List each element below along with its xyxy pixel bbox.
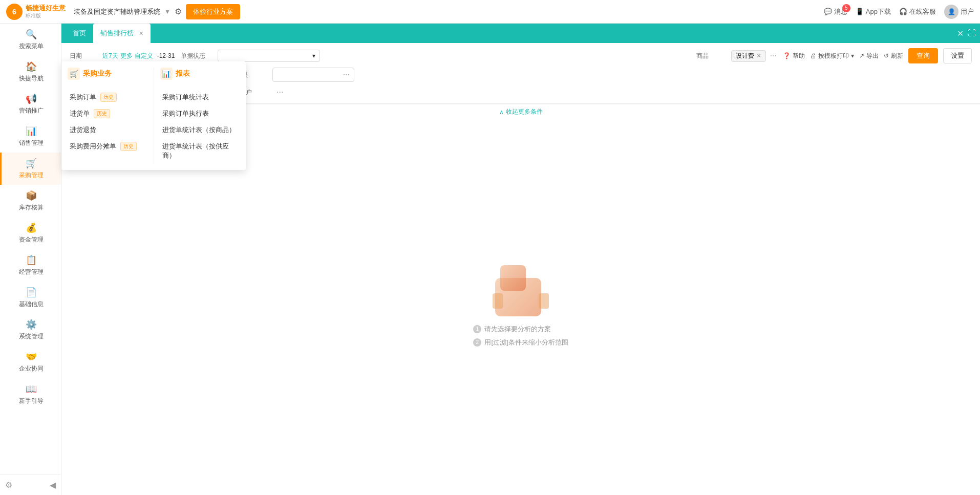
- report-item-label-1: 采购订单执行表: [162, 109, 209, 118]
- report-item-0[interactable]: 采购订单统计表: [160, 89, 240, 105]
- purchase-item-1[interactable]: 进货单历史: [68, 105, 147, 122]
- report-heading-icon: 📊: [160, 68, 173, 80]
- product-tag: 设计费 ✕: [731, 50, 766, 62]
- print-arrow-icon: ▾: [851, 52, 854, 59]
- help-button[interactable]: ❓ 帮助: [783, 52, 805, 60]
- date-end: -12-31: [157, 52, 175, 59]
- sidebar-collapse-button[interactable]: ◀: [50, 480, 56, 490]
- salesman-dots: ···: [343, 70, 350, 79]
- report-item-label-2: 进货单统计表（按商品）: [162, 125, 236, 135]
- sidebar-item-nav[interactable]: 🏠 快捷导航: [0, 56, 61, 88]
- sidebar-item-basic[interactable]: 📄 基础信息: [0, 282, 61, 314]
- history-tag-1: 历史: [94, 109, 110, 118]
- message-button[interactable]: 💬 消息 5: [824, 7, 847, 16]
- app-download-button[interactable]: 📱 App下载: [856, 7, 891, 16]
- system-icon: ⚙️: [26, 319, 37, 330]
- sidebar-item-sales[interactable]: 📊 销售管理: [0, 120, 61, 153]
- sidebar-label-nav: 快捷导航: [19, 74, 44, 83]
- report-col: 📊 报表 采购订单统计表采购订单执行表进货单统计表（按商品）进货单统计表（按供应…: [154, 68, 246, 164]
- empty-step1: 1 请先选择要分析的方案: [473, 322, 568, 336]
- sidebar-label-purchase: 采购管理: [19, 171, 44, 180]
- status-label: 单据状态: [181, 52, 211, 60]
- maximize-button[interactable]: ⛶: [968, 29, 976, 38]
- settings-icon[interactable]: ⚙: [175, 7, 182, 16]
- sidebar-label-enterprise: 企业协同: [19, 364, 44, 373]
- date-custom[interactable]: 自定义: [135, 52, 153, 60]
- product-more-button[interactable]: ···: [770, 51, 777, 60]
- report-heading: 📊 报表: [160, 68, 240, 84]
- tab-close-1[interactable]: ✕: [139, 30, 143, 37]
- purchase-item-0[interactable]: 采购订单历史: [68, 89, 147, 105]
- history-tag-0: 历史: [100, 93, 117, 102]
- purchase-dropdown-menu: 🛒 采购业务 采购订单历史进货单历史进货退货采购费用分摊单历史 📊 报表 采购订…: [61, 61, 246, 170]
- report-item-1[interactable]: 采购订单执行表: [160, 105, 240, 122]
- sidebar-label-finance: 资金管理: [19, 235, 44, 244]
- phone-icon: 📱: [856, 8, 864, 15]
- salesman-select[interactable]: ···: [272, 68, 354, 82]
- sidebar-settings-button[interactable]: ⚙: [5, 480, 12, 490]
- report-item-3[interactable]: 进货单统计表（按供应商）: [160, 138, 240, 164]
- guide-icon: 📖: [26, 383, 37, 395]
- empty-step2: 2 用[过滤]条件来缩小分析范围: [473, 336, 568, 349]
- purchase-item-2[interactable]: 进货退货: [68, 122, 147, 138]
- industry-button[interactable]: 体验行业方案: [186, 4, 240, 19]
- sales-icon: 📊: [26, 125, 37, 137]
- settings-button[interactable]: 设置: [943, 48, 972, 63]
- status-select[interactable]: ▾: [218, 50, 320, 62]
- refresh-button[interactable]: ↺ 刷新: [884, 52, 903, 60]
- purchase-icon: 🛒: [26, 158, 37, 169]
- step1-num: 1: [473, 325, 481, 333]
- top-right-area: 💬 消息 5 📱 App下载 🎧 在线客服 👤 用户: [824, 5, 974, 19]
- tab-label-1: 销售排行榜: [100, 29, 134, 38]
- message-badge: 5: [842, 4, 850, 12]
- tab-bar: 首页销售排行榜✕ ✕ ⛶: [61, 24, 980, 43]
- sidebar-item-purchase[interactable]: 🛒 采购管理: [0, 153, 61, 185]
- export-icon: ↗: [859, 52, 864, 59]
- nav-icon: 🏠: [26, 61, 37, 72]
- report-item-2[interactable]: 进货单统计表（按商品）: [160, 122, 240, 138]
- sys-title-area: 装备及固定资产辅助管理系统 ▼ ⚙ 体验行业方案: [68, 4, 824, 19]
- date-7days[interactable]: 近7天: [102, 52, 118, 60]
- toolbar-right: ❓ 帮助 🖨 按模板打印 ▾ ↗ 导出 ↺ 刷新: [783, 48, 972, 63]
- purchase-item-label-2: 进货退货: [70, 125, 96, 135]
- sidebar-item-operations[interactable]: 📋 经营管理: [0, 249, 61, 282]
- sidebar-label-basic: 基础信息: [19, 300, 44, 309]
- tab-label-0: 首页: [73, 29, 86, 38]
- finance-icon: 💰: [26, 222, 37, 233]
- sidebar-item-guide[interactable]: 📖 新手引导: [0, 378, 61, 411]
- sidebar-item-inventory[interactable]: 📦 库存核算: [0, 185, 61, 217]
- sidebar-label-inventory: 库存核算: [19, 203, 44, 212]
- sidebar-item-marketing[interactable]: 📢 营销推广: [0, 88, 61, 120]
- history-tag-3: 历史: [120, 142, 137, 151]
- brand-name: 畅捷通好生意: [26, 4, 66, 13]
- chevron-down-icon: ▾: [312, 52, 315, 59]
- product-label: 商品: [696, 52, 727, 60]
- export-button[interactable]: ↗ 导出: [859, 52, 879, 60]
- user-area[interactable]: 👤 用户: [944, 5, 974, 19]
- message-icon: 💬: [824, 8, 832, 15]
- print-button[interactable]: 🖨 按模板打印 ▾: [810, 52, 854, 60]
- collapse-label: 收起更多条件: [506, 107, 543, 116]
- sidebar-item-search[interactable]: 🔍 搜索菜单: [0, 24, 61, 56]
- purchase-col: 🛒 采购业务 采购订单历史进货单历史进货退货采购费用分摊单历史: [61, 68, 154, 164]
- date-more[interactable]: 更多: [120, 52, 133, 60]
- sidebar-item-finance[interactable]: 💰 资金管理: [0, 217, 61, 249]
- online-service-button[interactable]: 🎧 在线客服: [899, 7, 936, 16]
- close-tab-button[interactable]: ✕: [957, 29, 964, 38]
- product-tag-close[interactable]: ✕: [756, 52, 761, 59]
- tab-1[interactable]: 销售排行榜✕: [93, 24, 151, 43]
- status-area: 单据状态 ▾: [181, 50, 690, 62]
- sidebar-item-system[interactable]: ⚙️ 系统管理: [0, 314, 61, 346]
- sidebar-item-enterprise[interactable]: 🤝 企业协同: [0, 346, 61, 378]
- tab-0[interactable]: 首页: [66, 24, 93, 43]
- dropdown-arrow-icon[interactable]: ▼: [164, 8, 171, 15]
- customer-dots[interactable]: ···: [276, 88, 283, 97]
- avatar: 👤: [944, 5, 958, 19]
- query-button[interactable]: 查询: [908, 48, 938, 63]
- purchase-item-3[interactable]: 采购费用分摊单历史: [68, 138, 147, 155]
- basic-icon: 📄: [26, 287, 37, 298]
- edition-label: 标准版: [26, 12, 66, 19]
- purchase-item-label-3: 采购费用分摊单: [70, 142, 116, 151]
- report-item-label-3: 进货单统计表（按供应商）: [162, 142, 238, 160]
- step2-num: 2: [473, 338, 481, 347]
